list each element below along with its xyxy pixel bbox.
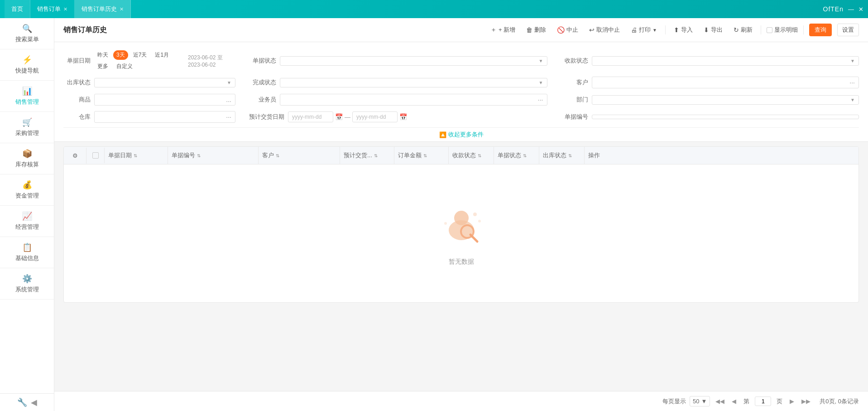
- filter-area: 单据日期 昨天 3天 近7天 近1月 更多 自定义 2023-06-02 至 2…: [54, 42, 868, 142]
- order-status-select[interactable]: ▼: [280, 56, 547, 66]
- sales-mgmt-icon: 📊: [22, 86, 32, 96]
- svg-point-4: [473, 213, 477, 216]
- th-amount-sort[interactable]: ⇅: [423, 153, 427, 158]
- date-btn-custom[interactable]: 自定义: [113, 62, 136, 71]
- warehouse-status-select[interactable]: ▼: [94, 78, 235, 87]
- tab-sales-order[interactable]: 销售订单 ✕: [30, 0, 75, 18]
- filter-date: 单据日期 昨天 3天 近7天 近1月 更多 自定义 2023-06-02 至 2…: [63, 50, 235, 71]
- export-label: 导出: [711, 26, 723, 34]
- tab-sales-order-history[interactable]: 销售订单历史 ✕: [75, 0, 131, 18]
- delivery-date-to[interactable]: yyyy-mm-dd: [352, 111, 398, 122]
- date-btn-3day[interactable]: 3天: [113, 50, 128, 60]
- delivery-cal-to-icon[interactable]: 📅: [399, 113, 407, 121]
- delivery-cal-from-icon[interactable]: 📅: [335, 113, 343, 121]
- warehouse-ellipsis[interactable]: ···: [226, 113, 231, 121]
- print-button[interactable]: 🖨 打印 ▼: [628, 24, 660, 36]
- dept-select[interactable]: ▼: [592, 95, 859, 105]
- toolbar-divider-3: [803, 25, 804, 34]
- tab-home[interactable]: 首页: [5, 0, 30, 18]
- date-btn-more[interactable]: 更多: [94, 62, 111, 71]
- sidebar-item-operations[interactable]: 📈 经营管理: [0, 206, 54, 237]
- date-btn-7day[interactable]: 近7天: [130, 50, 150, 60]
- brand-text: OfTEn: [823, 5, 844, 13]
- page-number-input[interactable]: [755, 396, 771, 406]
- refresh-button[interactable]: ↻ 刷新: [731, 24, 755, 36]
- stop-button[interactable]: 🚫 中止: [554, 24, 581, 36]
- page-size-label: 每页显示: [662, 397, 686, 406]
- import-icon: ⬆: [674, 26, 679, 34]
- prev-page-btn[interactable]: ◀: [730, 397, 738, 406]
- salesperson-ellipsis[interactable]: ···: [538, 96, 543, 103]
- display-label: 显示明细: [774, 26, 798, 34]
- th-order-sort[interactable]: ⇅: [523, 153, 527, 158]
- display-toggle[interactable]: 显示明细: [767, 26, 798, 34]
- window-minimize[interactable]: —: [848, 6, 854, 13]
- delete-label: 删除: [534, 26, 546, 34]
- warehouse-input[interactable]: ···: [94, 111, 235, 123]
- order-num-input[interactable]: [592, 115, 859, 119]
- new-icon: ＋: [490, 26, 497, 34]
- th-customer-sort[interactable]: ⇅: [276, 153, 279, 158]
- display-checkbox[interactable]: [767, 27, 772, 33]
- sidebar: 🔍 搜索菜单 ⚡ 快捷导航 📊 销售管理 🛒 采购管理 📦 库存核算 💰 资金管…: [0, 18, 54, 411]
- filter-goods: 商品 ...: [63, 94, 235, 106]
- page-size-select[interactable]: 50 ▼: [690, 396, 710, 406]
- th-settings[interactable]: ⚙: [64, 148, 86, 164]
- sidebar-item-base-info[interactable]: 📋 基础信息: [0, 237, 54, 268]
- first-page-btn[interactable]: ◀◀: [714, 397, 726, 406]
- new-button[interactable]: ＋ + 新增: [488, 24, 518, 36]
- filter-row-1: 单据日期 昨天 3天 近7天 近1月 更多 自定义 2023-06-02 至 2…: [63, 48, 859, 74]
- date-range: 2023-06-02 至 2023-06-02: [188, 54, 235, 68]
- collapse-btn[interactable]: 🔼 收起更多条件: [63, 127, 859, 141]
- th-checkbox[interactable]: [86, 148, 105, 163]
- th-num-sort[interactable]: ⇅: [197, 153, 201, 158]
- th-action-label: 操作: [588, 151, 600, 160]
- sidebar-item-finance[interactable]: 💰 资金管理: [0, 174, 54, 206]
- import-button[interactable]: ⬆ 导入: [671, 24, 695, 36]
- export-button[interactable]: ⬇ 导出: [701, 24, 725, 36]
- customer-ellipsis[interactable]: ···: [849, 79, 855, 86]
- last-page-btn[interactable]: ▶▶: [800, 397, 812, 406]
- salesperson-input[interactable]: ···: [280, 94, 547, 106]
- tab-sales-order-history-close[interactable]: ✕: [120, 6, 124, 12]
- cancel-stop-button[interactable]: ↩ 取消中止: [586, 24, 623, 36]
- print-label: 打印: [639, 26, 651, 34]
- sidebar-item-sales-mgmt[interactable]: 📊 销售管理: [0, 81, 54, 112]
- page-label-after: 页: [777, 397, 782, 406]
- filter-receipt-status: 收款状态 ▼: [547, 56, 859, 66]
- th-warehouse-label: 出库状态: [543, 151, 566, 160]
- th-receipt-sort[interactable]: ⇅: [478, 153, 481, 158]
- date-btn-1month[interactable]: 近1月: [152, 50, 172, 60]
- th-date-sort[interactable]: ⇅: [134, 153, 137, 158]
- sidebar-item-search-menu[interactable]: 🔍 搜索菜单: [0, 18, 54, 49]
- filter-dept: 部门 ▼: [547, 95, 859, 105]
- refresh-label: 刷新: [741, 26, 753, 34]
- customer-input[interactable]: ···: [592, 77, 859, 88]
- goods-ellipsis[interactable]: ...: [226, 96, 231, 103]
- settings-button[interactable]: 设置: [837, 24, 859, 36]
- delete-button[interactable]: 🗑 删除: [523, 24, 549, 36]
- select-all-checkbox[interactable]: [92, 152, 99, 159]
- svg-point-1: [454, 211, 469, 225]
- sidebar-settings-icon[interactable]: 🔧: [17, 397, 27, 407]
- window-close[interactable]: ✕: [858, 6, 863, 13]
- next-page-btn[interactable]: ▶: [788, 397, 796, 406]
- th-delivery-sort[interactable]: ⇅: [374, 153, 378, 158]
- th-receipt-label: 收款状态: [452, 151, 476, 160]
- sidebar-item-sys-mgmt[interactable]: ⚙️ 系统管理: [0, 268, 54, 300]
- date-btn-today[interactable]: 昨天: [94, 50, 111, 60]
- dept-label: 部门: [561, 96, 588, 104]
- complete-status-select[interactable]: ▼: [280, 78, 547, 87]
- sidebar-item-inventory[interactable]: 📦 库存核算: [0, 143, 54, 174]
- page-header: 销售订单历史 ＋ + 新增 🗑 删除 🚫 中止 ↩ 取消中止: [54, 18, 868, 42]
- delete-icon: 🗑: [526, 26, 532, 34]
- sidebar-collapse-icon[interactable]: ◀: [31, 397, 37, 407]
- sidebar-item-purchase-mgmt[interactable]: 🛒 采购管理: [0, 112, 54, 143]
- th-warehouse-sort[interactable]: ⇅: [568, 153, 572, 158]
- receipt-status-select[interactable]: ▼: [592, 56, 859, 66]
- delivery-date-from[interactable]: yyyy-mm-dd: [288, 111, 333, 122]
- tab-sales-order-close[interactable]: ✕: [63, 6, 67, 12]
- query-button[interactable]: 查询: [809, 24, 832, 36]
- goods-input[interactable]: ...: [94, 94, 235, 106]
- sidebar-item-quick-nav[interactable]: ⚡ 快捷导航: [0, 49, 54, 81]
